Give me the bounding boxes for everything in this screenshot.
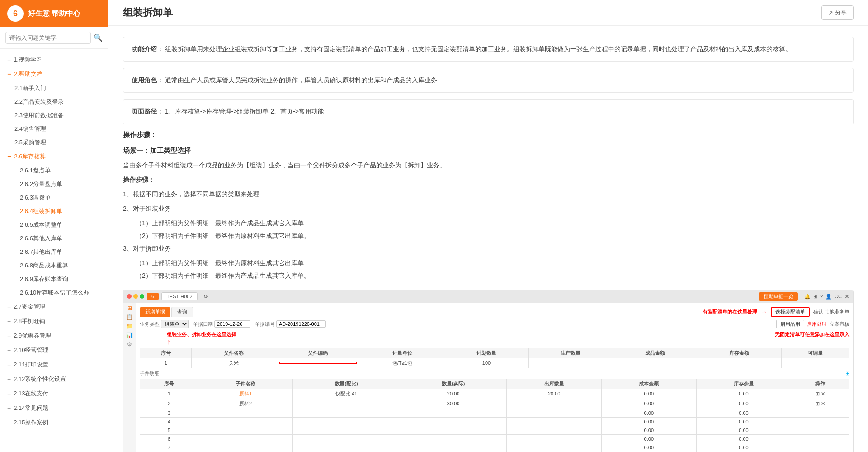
ss-close-btn[interactable]: ✕ [844, 293, 849, 300]
ss-btn-select[interactable]: 选择装配清单 [771, 307, 810, 317]
step3-sub1: （1）上部明细为父件明细，最终作为原材料生成其它出库单； [123, 257, 854, 269]
share-button[interactable]: ↗ 分享 [821, 5, 854, 20]
sidebar-item-stock-error[interactable]: 2.6.10库存账本错了怎么办 [0, 286, 108, 300]
ss-cell: 0.00 [696, 409, 791, 417]
sidebar-item-stock-check[interactable]: 2.6.9库存账本查询 [0, 272, 108, 286]
ss-cell [507, 409, 602, 417]
expand-icon: + [7, 318, 11, 325]
sidebar-item-print[interactable]: + 2.11打印设置 [0, 357, 108, 372]
ss-callout4: 无固定清单可任意添加在这里录入 [775, 332, 849, 337]
ss-cell: 5 [140, 426, 198, 434]
ss-cell: 4 [140, 417, 198, 426]
sidebar-item-install[interactable]: 2.2产品安装及登录 [0, 95, 108, 109]
ss-col2-ops: 操作 [791, 379, 849, 389]
ss-cell: 20.00 [400, 389, 507, 399]
ss-cell: 关米 [192, 358, 276, 368]
ss-table2-icon: ⊞ [845, 371, 849, 376]
expand-icon: + [7, 419, 11, 426]
sidebar-item-label: 2.14常见问题 [14, 404, 48, 412]
sidebar-item-stocktake[interactable]: 2.6.1盘点单 [0, 164, 108, 177]
sidebar-item-docs[interactable]: − 2.帮助文档 [0, 67, 108, 81]
sidebar-item-cases[interactable]: + 2.15操作案例 [0, 415, 108, 430]
sidebar-item-label: 2.11打印设置 [14, 361, 48, 369]
ss-tab-query[interactable]: 查询 [171, 307, 193, 317]
sidebar-item-new[interactable]: 2.1新手入门 [0, 81, 108, 95]
expand-icon: + [7, 56, 11, 63]
ss-col2-name: 子件名称 [198, 379, 293, 389]
ss-cell: 0.00 [696, 443, 791, 452]
ss-btn-preview[interactable]: 预期单据一览 [759, 292, 798, 301]
function-intro-text: 组装拆卸单用来处理企业组装或拆卸等加工业务，支持有固定装配清单的产品加工业务，也… [165, 45, 792, 52]
page-title: 组装拆卸单 [123, 6, 173, 19]
ss-cell [507, 426, 602, 434]
ss-cell [528, 358, 613, 368]
ss-cell: 0.00 [602, 399, 697, 409]
ss-enable-input[interactable]: 启用品用 [776, 320, 804, 328]
sidebar-item-label: 2.9优惠券管理 [14, 332, 51, 340]
sidebar-item-ops[interactable]: + 2.10经营管理 [0, 343, 108, 357]
sidebar-item-purchase[interactable]: 2.5采购管理 [0, 136, 108, 149]
search-button[interactable]: 🔍 [94, 33, 103, 42]
search-input[interactable] [5, 32, 91, 44]
ops-title: 操作步骤： [123, 131, 854, 139]
ss-cell [400, 409, 507, 417]
table-row: 7 0.00 0.00 [140, 443, 849, 452]
ss-icon-user: 👤 [826, 294, 832, 300]
expand-icon: + [7, 332, 11, 339]
sidebar-item-data[interactable]: 2.3使用前数据准备 [0, 109, 108, 122]
ss-col-prod-qty: 生产数量 [528, 348, 613, 358]
ss-cell [293, 399, 400, 409]
scenario1-desc: 当由多个子件材料组装成一个成品的业务为【组装】业务，当由一个父件拆分成多个子产品… [123, 159, 854, 171]
ss-callout2: 启用处理 [807, 321, 827, 328]
sidebar-item-label: 2.13在线支付 [14, 390, 48, 398]
sidebar-item-adjust[interactable]: 2.6.3调拨单 [0, 191, 108, 205]
sidebar-item-coupon[interactable]: + 2.9优惠券管理 [0, 328, 108, 343]
sidebar-item-partial[interactable]: 2.6.2分量盘点单 [0, 177, 108, 191]
sidebar-item-sales[interactable]: 2.4销售管理 [0, 122, 108, 136]
step2: 2、对于组装业务 [123, 202, 854, 215]
ss-table1: 序号 父件名称 父件编码 计量单位 计划数量 生产数量 成品金额 库存金额 可调… [140, 348, 849, 368]
ss-field-date-input[interactable] [214, 320, 250, 328]
sidebar-item-videos[interactable]: + 1.视频学习 [0, 52, 108, 67]
ss-cell [198, 434, 293, 443]
share-label: 分享 [835, 9, 847, 17]
ss-callout1: 有装配清单的在这里处理 [703, 309, 757, 315]
sidebar-item-other-in[interactable]: 2.6.6其他入库单 [0, 232, 108, 245]
sidebar-item-inventory[interactable]: − 2.6库存核算 [0, 149, 108, 164]
ss-cell [400, 426, 507, 434]
ss-cell [507, 399, 602, 409]
ss-cell: 原料2 [198, 399, 293, 409]
sidebar: 6 好生意 帮助中心 🔍 + 1.视频学习 − 2.帮助文档 2.1新手入门 2… [0, 0, 108, 452]
ss-col-parent-code: 父件编码 [276, 348, 360, 358]
sidebar-item-cost[interactable]: 2.6.5成本调整单 [0, 218, 108, 232]
ss-cell [400, 443, 507, 452]
ss-arrow1: → [761, 308, 767, 315]
path-text: 1、库存核算->库存管理->组装拆卸单 2、首页->常用功能 [165, 108, 324, 115]
sidebar-item-cost-calc[interactable]: 2.6.8商品成本重算 [0, 259, 108, 272]
sidebar-item-settings[interactable]: + 2.12系统个性化设置 [0, 372, 108, 386]
step3: 3、对于拆卸业务 [123, 242, 854, 255]
sidebar-item-finance[interactable]: + 2.7资金管理 [0, 300, 108, 314]
ss-sidebar-icon2: 📋 [126, 314, 133, 320]
ss-field-type-input[interactable]: 组装单 拆卸单 [161, 320, 189, 328]
ss-icon-ops: 确认 其他业务单 [813, 309, 849, 315]
step2-sub1: （1）上部明细为父件明细，最终作为产成品生成其它入库单； [123, 217, 854, 229]
sidebar-item-other-out[interactable]: 2.6.7其他出库单 [0, 245, 108, 259]
ss-cell [293, 426, 400, 434]
ss-sidebar-icon4: 📊 [126, 332, 133, 338]
ss-col-stock-amt: 库存金额 [697, 348, 781, 358]
ss-cell: 原料1 [198, 389, 293, 399]
ss-sidebar-icon5: ⚙ [127, 341, 132, 347]
main-content: 组装拆卸单 ↗ 分享 功能介绍： 组装拆卸单用来处理企业组装或拆卸等加工业务，支… [108, 0, 868, 452]
table-row: 1 关米 包/T≥1包 100 [140, 358, 849, 368]
sidebar-item-mobile[interactable]: + 2.8手机旺铺 [0, 314, 108, 328]
ss-field-no-input[interactable] [276, 320, 326, 328]
sidebar-item-label: 2.帮助文档 [14, 70, 42, 78]
sidebar-item-online[interactable]: + 2.13在线支付 [0, 386, 108, 401]
ss-tab-new[interactable]: 新增单据 [140, 307, 170, 317]
sidebar-item-faq[interactable]: + 2.14常见问题 [0, 401, 108, 415]
ss-confirm-btn[interactable]: 立案审核 [830, 321, 849, 328]
ops-section: 操作步骤： 场景一：加工类型选择 当由多个子件材料组装成一个成品的业务为【组装】… [123, 131, 854, 282]
ss-cell [276, 358, 360, 368]
sidebar-item-assembly[interactable]: 2.6.4组装拆卸单 [0, 205, 108, 218]
